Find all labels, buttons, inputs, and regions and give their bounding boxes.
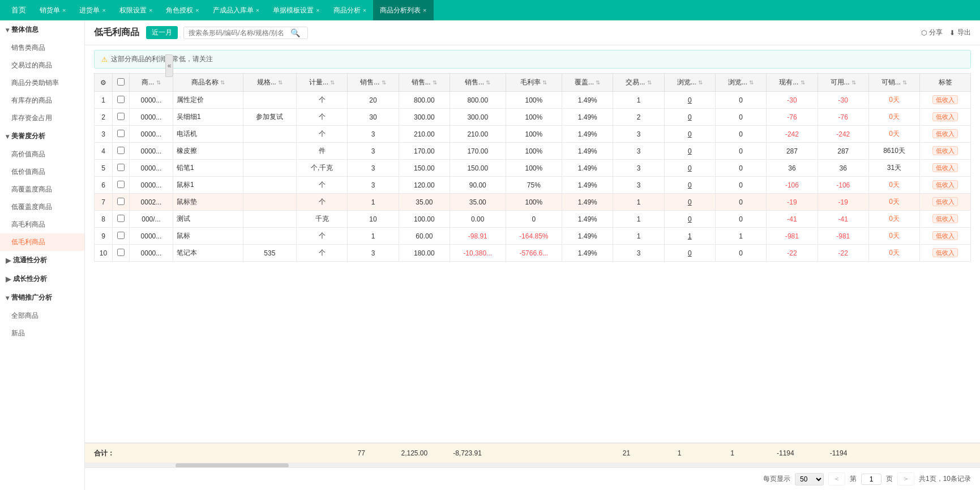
- nav-purchase-order-close[interactable]: ×: [102, 7, 105, 14]
- row-checkbox-cell[interactable]: [113, 92, 130, 109]
- col-sales-qty[interactable]: 销售... ⇅: [348, 74, 399, 92]
- sidebar-item-low-margin[interactable]: 低毛利商品: [0, 233, 84, 251]
- select-all-checkbox[interactable]: [117, 78, 125, 86]
- sidebar-item-low-value[interactable]: 低价值商品: [0, 163, 84, 181]
- next-page-button[interactable]: ＞: [897, 472, 914, 485]
- row-code: 0000...: [130, 109, 173, 126]
- search-icon[interactable]: 🔍: [290, 28, 300, 37]
- page-size-select[interactable]: 50 20 100: [795, 473, 824, 485]
- row-view1[interactable]: 0: [664, 177, 715, 194]
- row-checkbox[interactable]: [117, 113, 125, 120]
- sidebar-item-low-coverage[interactable]: 低覆盖度商品: [0, 198, 84, 216]
- nav-template-settings[interactable]: 单据模板设置 ×: [266, 0, 326, 20]
- col-name[interactable]: 商品名称 ⇅: [173, 74, 243, 92]
- sidebar-item-traded-products[interactable]: 交易过的商品: [0, 57, 84, 74]
- search-box[interactable]: 🔍: [183, 27, 308, 39]
- sidebar-item-new-products[interactable]: 新品: [0, 325, 84, 342]
- row-checkbox[interactable]: [117, 215, 125, 222]
- row-view1[interactable]: 0: [664, 245, 715, 262]
- nav-permission-settings[interactable]: 权限设置 ×: [113, 0, 159, 20]
- row-checkbox-cell[interactable]: [113, 228, 130, 245]
- sidebar-group-growth[interactable]: ▶ 成长性分析: [0, 270, 84, 288]
- row-checkbox-cell[interactable]: [113, 245, 130, 262]
- sidebar-item-high-value[interactable]: 高价值商品: [0, 146, 84, 163]
- sidebar-item-inventory-capital[interactable]: 库存资金占用: [0, 109, 84, 127]
- row-checkbox[interactable]: [117, 198, 125, 205]
- row-checkbox[interactable]: [117, 164, 125, 171]
- sidebar-collapse-button[interactable]: «: [165, 54, 173, 77]
- sidebar-group-overall[interactable]: ▾ 整体信息: [0, 20, 84, 39]
- col-view1[interactable]: 浏览... ⇅: [664, 74, 715, 92]
- filter-period-button[interactable]: 近一月: [146, 26, 178, 39]
- row-checkbox-cell[interactable]: [113, 109, 130, 126]
- sidebar-item-stocked-products[interactable]: 有库存的商品: [0, 92, 84, 109]
- nav-home[interactable]: 首页: [5, 0, 33, 20]
- col-checkbox-header[interactable]: [113, 74, 130, 92]
- share-button[interactable]: ⬡ 分享: [921, 28, 943, 37]
- row-checkbox-cell[interactable]: [113, 126, 130, 143]
- col-available-stock[interactable]: 可用... ⇅: [818, 74, 868, 92]
- col-sales-price[interactable]: 销售... ⇅: [399, 74, 450, 92]
- row-view1[interactable]: 0: [664, 160, 715, 177]
- row-checkbox[interactable]: [117, 249, 125, 256]
- row-view1[interactable]: 0: [664, 143, 715, 160]
- current-page-input[interactable]: [861, 474, 881, 485]
- nav-finished-goods[interactable]: 产成品入库单 ×: [206, 0, 266, 20]
- col-sales-amount[interactable]: 销售... ⇅: [450, 74, 506, 92]
- row-checkbox[interactable]: [117, 147, 125, 154]
- row-view1[interactable]: 0: [664, 211, 715, 228]
- sidebar-group-marketing[interactable]: ▾ 营销推广分析: [0, 288, 84, 307]
- nav-product-analysis-list-close[interactable]: ×: [423, 7, 426, 14]
- sidebar-item-high-margin[interactable]: 高毛利商品: [0, 216, 84, 233]
- col-settings[interactable]: ⚙: [95, 74, 113, 92]
- sidebar-group-circulation[interactable]: ▶ 流通性分析: [0, 251, 84, 270]
- nav-role-auth-close[interactable]: ×: [195, 7, 199, 14]
- row-view1[interactable]: 1: [664, 228, 715, 245]
- row-view1[interactable]: 0: [664, 109, 715, 126]
- sidebar-item-high-coverage[interactable]: 高覆盖度商品: [0, 181, 84, 198]
- nav-product-analysis-list[interactable]: 商品分析列表 ×: [373, 0, 433, 20]
- col-current-stock[interactable]: 现有... ⇅: [767, 74, 818, 92]
- row-view2: 0: [716, 245, 767, 262]
- col-tag[interactable]: 标签: [920, 74, 971, 92]
- sidebar-item-all-products[interactable]: 全部商品: [0, 307, 84, 325]
- row-sales-amount: 150.00: [450, 160, 506, 177]
- nav-purchase-order[interactable]: 进货单 ×: [72, 0, 112, 20]
- export-button[interactable]: ⬇ 导出: [949, 28, 971, 37]
- nav-product-analysis-close[interactable]: ×: [363, 7, 366, 14]
- row-view1[interactable]: 0: [664, 92, 715, 109]
- row-checkbox-cell[interactable]: [113, 194, 130, 211]
- col-unit[interactable]: 计量... ⇅: [297, 74, 348, 92]
- nav-permission-settings-close[interactable]: ×: [149, 7, 152, 14]
- row-view1[interactable]: 0: [664, 126, 715, 143]
- row-tag: 低收入: [920, 177, 971, 194]
- nav-template-settings-close[interactable]: ×: [316, 7, 319, 14]
- row-checkbox[interactable]: [117, 181, 125, 188]
- horizontal-scrollbar[interactable]: [85, 463, 980, 467]
- row-checkbox[interactable]: [117, 96, 125, 103]
- sidebar-item-category-sales-rate[interactable]: 商品分类助销率: [0, 74, 84, 92]
- nav-finished-goods-close[interactable]: ×: [256, 7, 259, 14]
- col-spec[interactable]: 规格... ⇅: [243, 74, 296, 92]
- col-saleable-days[interactable]: 可销... ⇅: [868, 74, 919, 92]
- row-checkbox[interactable]: [117, 130, 125, 137]
- sort-saleable-days-icon: ⇅: [902, 79, 907, 86]
- col-view2[interactable]: 浏览... ⇅: [716, 74, 767, 92]
- col-trade-count[interactable]: 交易... ⇅: [613, 74, 664, 92]
- col-gross-margin[interactable]: 毛利率 ⇅: [506, 74, 562, 92]
- nav-sales-order-close[interactable]: ×: [62, 7, 66, 14]
- prev-page-button[interactable]: ＜: [828, 472, 845, 485]
- nav-role-auth[interactable]: 角色授权 ×: [159, 0, 206, 20]
- search-input[interactable]: [189, 29, 290, 37]
- sidebar-item-sales-products[interactable]: 销售类商品: [0, 39, 84, 57]
- row-checkbox-cell[interactable]: [113, 160, 130, 177]
- row-view1[interactable]: 0: [664, 194, 715, 211]
- nav-product-analysis[interactable]: 商品分析 ×: [327, 0, 373, 20]
- row-checkbox-cell[interactable]: [113, 211, 130, 228]
- nav-sales-order[interactable]: 销货单 ×: [33, 0, 72, 20]
- col-coverage[interactable]: 覆盖... ⇅: [562, 74, 613, 92]
- row-checkbox-cell[interactable]: [113, 177, 130, 194]
- sidebar-group-reputation[interactable]: ▾ 美誉度分析: [0, 127, 84, 146]
- row-checkbox-cell[interactable]: [113, 143, 130, 160]
- row-checkbox[interactable]: [117, 232, 125, 239]
